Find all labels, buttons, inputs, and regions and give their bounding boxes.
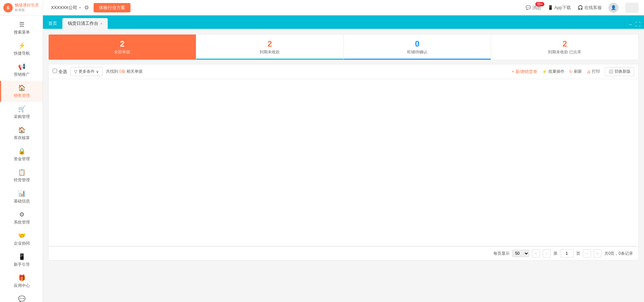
card-label-wangwang: 旺辅待确认 [351,49,484,55]
card-label-overdue-out: 到期未收款 已出库 [498,49,632,55]
search-menu-label: 搜索菜单 [14,29,30,35]
switch-version-label: 切换新版 [614,69,631,74]
pagination: 每页显示 50 100 200 « ‹ 第 页 › » 共0页，0条记录 [48,246,639,260]
refresh-label: 刷新 [574,69,582,74]
page-size-select[interactable]: 50 100 200 [512,250,529,257]
purchase-label: 采购管理 [14,114,30,120]
sidebar-item-inventory[interactable]: 🏠库存核算 [0,123,43,144]
card-underline-overdue-out [491,59,638,60]
summary-card-wangwang[interactable]: 0 旺辅待确认 [344,35,491,60]
summary-card-all[interactable]: 2 全部单据 [49,35,196,60]
app-download-btn[interactable]: 📱 App下载 [548,5,571,11]
settings-icon[interactable]: ⚙ [84,4,89,11]
current-page-input[interactable] [560,249,574,257]
sidebar-item-system[interactable]: ⚙系统管理 [0,207,43,229]
print-btn[interactable]: 🖨 打印 [587,69,600,74]
sidebar-item-finance[interactable]: 🔒资金管理 [0,144,43,165]
prev-page-btn[interactable]: ‹ [543,249,551,257]
top-bar: XXXXXX公司 ▾ ⚙ 体验行业方案 💬 消息 99+ 📱 App下载 🎧 在… [43,0,644,15]
user-icon: 👤 [611,5,616,10]
sidebar-item-marketing[interactable]: 📢营销推广 [0,60,43,81]
sidebar-item-enterprise[interactable]: 🤝企业协同 [0,229,43,250]
filter-label: 更多条件 [78,69,95,74]
sidebar-item-purchase[interactable]: 🛒采购管理 [0,102,43,123]
system-label: 系统管理 [14,220,30,225]
guide-icon: 📱 [18,253,25,260]
close-tab-icon[interactable]: × [100,21,102,25]
next-page-btn[interactable]: › [583,249,591,257]
chevron-down-icon: ▾ [79,6,81,9]
found-text: 共找到 0条 相关单据 [106,69,143,74]
first-page-btn[interactable]: « [532,249,540,257]
message-badge: 99+ [535,2,544,6]
filter-button[interactable]: ▽ 更多条件 ∨ [70,67,103,76]
sidebar-item-search-menu[interactable]: ☰搜索菜单 [0,17,43,39]
new-order-button[interactable]: + 新增销货单 [512,69,537,75]
company-name: XXXXXX公司 [51,5,77,11]
message-btn[interactable]: 💬 消息 99+ [526,5,541,11]
sidebar-item-quick-nav[interactable]: ⚡快捷导航 [0,39,43,60]
logo-icon: 6 [3,3,13,12]
finance-label: 资金管理 [14,156,30,162]
select-all-checkbox[interactable]: 全选 [53,69,67,75]
total-label: 共0页，0条记录 [604,251,633,256]
card-num-overdue: 2 [203,39,337,49]
logo-tag: 标准版 [15,8,39,12]
sidebar-item-operation[interactable]: 📋经营管理 [0,165,43,186]
toolbar: 全选 ▽ 更多条件 ∨ 共找到 0条 相关单据 + 新增销货单 ⚡ 批量操作 ↻ [48,64,639,79]
toolbar-left: 全选 ▽ 更多条件 ∨ 共找到 0条 相关单据 [53,67,143,76]
base-info-label: 基础信息 [14,198,30,204]
minimize-icon[interactable]: – [629,21,632,27]
tab-home[interactable]: 首页 [43,18,62,29]
sidebar-item-base-info[interactable]: 📊基础信息 [0,186,43,207]
select-all-input[interactable] [53,69,57,73]
print-label: 打印 [592,69,600,74]
inventory-label: 库存核算 [14,135,30,141]
last-page-icon: » [596,251,599,256]
first-page-icon: « [535,251,537,256]
operation-icon: 📋 [18,169,25,176]
sidebar-logo: 6 畅捷通好生意 标准版 [0,0,43,15]
sidebar-item-sales[interactable]: 🏠销售管理 [0,81,43,102]
batch-operation-btn[interactable]: ⚡ 批量操作 [542,69,565,74]
home-tab-label: 首页 [48,20,57,26]
main-content: 2 全部单据 2 到期未收款 0 旺辅待确认 2 到期未收款 已出库 全选 ▽ … [43,29,644,302]
card-num-overdue-out: 2 [498,39,632,49]
enterprise-icon: 🤝 [18,232,25,239]
found-count: 0条 [119,69,125,74]
nav-tabs: 首页 钱货日清工作台 × – ⛶ [43,15,644,29]
active-tab-label: 钱货日清工作台 [68,20,98,26]
maximize-icon[interactable]: ⛶ [635,21,641,27]
message-icon: 💬 [526,5,531,10]
summary-card-overdue[interactable]: 2 到期未收款 [196,35,344,60]
company-selector[interactable]: XXXXXX公司 ▾ [51,5,81,11]
summary-card-overdue-out[interactable]: 2 到期未收款 已出库 [491,35,638,60]
tab-qhrc[interactable]: 钱货日清工作台 × [62,18,108,29]
app-icon: 📱 [548,5,553,10]
quick-nav-label: 快捷导航 [14,51,30,56]
sidebar-item-app-center[interactable]: 🎁应用中心 [0,271,43,292]
sidebar: 6 畅捷通好生意 标准版 ☰搜索菜单⚡快捷导航📢营销推广🏠销售管理🛒采购管理🏠库… [0,0,43,302]
card-num-wangwang: 0 [351,39,484,49]
refresh-btn[interactable]: ↻ 刷新 [569,69,582,74]
card-underline-all [49,59,196,60]
switch-label: ⬜ [608,69,614,74]
select-all-label: 全选 [58,69,67,74]
guide-label: 新手引导 [14,262,30,267]
switch-version-button[interactable]: ⬜ 切换新版 [605,67,634,76]
batch-label: 批量操作 [548,69,565,74]
avatar[interactable]: 👤 [608,3,619,13]
marketing-label: 营销推广 [14,72,30,77]
page-size-label: 每页显示 [493,251,509,256]
online-service-btn[interactable]: 🎧 在线客服 [578,5,602,11]
logo-text-area: 畅捷通好生意 标准版 [15,3,39,13]
sidebar-item-guide[interactable]: 📱新手引导 [0,250,43,271]
last-page-btn[interactable]: » [594,249,602,257]
logo-name: 畅捷通好生意 [15,3,39,8]
filter-icon: ▽ [74,69,77,74]
trial-button[interactable]: 体验行业方案 [94,3,130,12]
sidebar-item-wechat[interactable]: 💬企业微信 [0,292,43,302]
card-underline-wangwang [344,59,491,60]
wechat-icon: 💬 [18,295,25,302]
app-center-label: 应用中心 [14,283,30,289]
